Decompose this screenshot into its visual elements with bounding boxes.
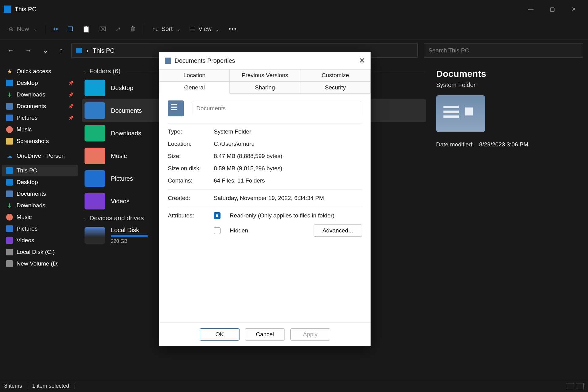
size-on-disk-label: Size on disk: [168, 165, 208, 172]
item-count: 8 items [4, 383, 22, 389]
rename-button[interactable] [96, 24, 109, 35]
sidebar-item[interactable]: New Volume (D: [2, 258, 78, 270]
share-button[interactable] [112, 24, 124, 35]
view-button[interactable]: View⌄ [187, 24, 223, 35]
sidebar-item[interactable]: Pictures [2, 223, 78, 235]
size-value: 8.47 MB (8,888,599 bytes) [214, 153, 282, 160]
pin-icon: 📌 [68, 81, 74, 85]
status-bar: 8 items 1 item selected [0, 380, 588, 392]
readonly-label: Read-only (Only applies to files in fold… [230, 212, 334, 219]
close-button[interactable]: ✕ [569, 5, 578, 14]
sidebar-item[interactable]: Videos [2, 235, 78, 246]
tab-security[interactable]: Security [300, 81, 371, 94]
apply-button[interactable]: Apply [290, 328, 330, 341]
cancel-button[interactable]: Cancel [245, 328, 285, 341]
back-button[interactable]: ← [5, 45, 17, 56]
recent-button[interactable]: ⌄ [40, 45, 51, 56]
pin-icon: 📌 [68, 115, 74, 120]
documents-folder-icon [436, 95, 485, 132]
this-pc-icon [76, 48, 82, 53]
folder-icon [85, 170, 105, 187]
sidebar-item[interactable]: Local Disk (C:) [2, 246, 78, 258]
hidden-label: Hidden [230, 227, 248, 234]
sidebar-item[interactable]: ⬇Downloads [2, 200, 78, 211]
attributes-label: Attributes: [168, 212, 208, 219]
folder-icon [85, 148, 105, 164]
cut-button[interactable] [50, 24, 62, 35]
tab-previous-versions[interactable]: Previous Versions [230, 69, 300, 81]
sidebar-item[interactable]: Music [2, 211, 78, 223]
sidebar-item[interactable]: Documents [2, 188, 78, 200]
dialog-close-button[interactable]: ✕ [359, 56, 365, 65]
details-title: Documents [436, 69, 588, 79]
ok-button[interactable]: OK [200, 328, 239, 341]
location-value: C:\Users\omuru [214, 141, 254, 147]
folder-icon [85, 102, 105, 119]
readonly-checkbox[interactable]: ■ [214, 212, 221, 219]
folder-icon [168, 100, 184, 116]
folder-label: Desktop [111, 85, 133, 92]
this-pc-icon [4, 6, 11, 13]
up-button[interactable]: ↑ [57, 45, 65, 56]
advanced-button[interactable]: Advanced... [314, 224, 362, 237]
breadcrumb[interactable]: This PC [93, 47, 115, 54]
view-tiles-button[interactable] [576, 383, 584, 389]
selection-count: 1 item selected [32, 383, 69, 389]
sidebar-onedrive[interactable]: ☁OneDrive - Person [2, 150, 78, 162]
folder-icon [85, 193, 105, 209]
separator [144, 24, 144, 35]
dialog-tabs-row2: General Sharing Security [159, 81, 371, 94]
sidebar-item-downloads[interactable]: ⬇Downloads📌 [2, 89, 78, 100]
copy-button[interactable] [65, 24, 76, 35]
sidebar-item-desktop[interactable]: Desktop📌 [2, 77, 78, 89]
type-label: Type: [168, 128, 208, 135]
folder-icon [85, 125, 105, 141]
size-label: Size: [168, 153, 208, 160]
date-modified-label: Date modified: [436, 141, 474, 148]
tab-general[interactable]: General [159, 81, 230, 94]
tab-customize[interactable]: Customize [300, 69, 371, 81]
details-pane: Documents System Folder Date modified: 8… [429, 61, 588, 380]
tab-sharing[interactable]: Sharing [230, 81, 300, 94]
window-title: This PC [15, 6, 36, 13]
created-value: Saturday, November 19, 2022, 6:34:34 PM [214, 195, 324, 202]
folder-label: Downloads [111, 130, 141, 137]
properties-dialog: Documents Properties ✕ Location Previous… [159, 52, 371, 346]
drive-usage-bar [111, 235, 148, 237]
date-modified-value: 8/29/2023 3:06 PM [479, 141, 529, 148]
sidebar-quick-access[interactable]: ★Quick access [2, 66, 78, 77]
search-input[interactable]: Search This PC [424, 43, 583, 58]
drive-sub: 220 GB [111, 239, 148, 244]
drive-label: Local Disk [111, 227, 148, 234]
folder-name-input[interactable] [192, 102, 362, 115]
sort-button[interactable]: Sort⌄ [149, 24, 184, 34]
folder-label: Music [111, 153, 127, 160]
view-details-button[interactable] [566, 383, 574, 389]
location-label: Location: [168, 141, 208, 147]
tab-location[interactable]: Location [159, 69, 230, 81]
delete-button[interactable] [127, 24, 139, 34]
sidebar-item-screenshots[interactable]: Screenshots [2, 135, 78, 147]
pin-icon: 📌 [68, 92, 74, 97]
maximize-button[interactable]: ▢ [548, 5, 557, 14]
sidebar-item-pictures[interactable]: Pictures📌 [2, 112, 78, 124]
folder-label: Pictures [111, 175, 133, 182]
new-button[interactable]: New⌄ [6, 24, 40, 35]
separator [45, 24, 45, 35]
folder-icon [85, 80, 105, 96]
sidebar-item-music[interactable]: Music [2, 124, 78, 135]
more-button[interactable] [226, 24, 240, 34]
toolbar: New⌄ Sort⌄ View⌄ [0, 18, 588, 40]
sidebar-this-pc[interactable]: This PC [2, 165, 78, 176]
details-subtitle: System Folder [436, 81, 588, 89]
sidebar-item-documents[interactable]: Documents📌 [2, 100, 78, 112]
contains-value: 64 Files, 11 Folders [214, 177, 265, 184]
minimize-button[interactable]: — [526, 5, 535, 14]
dialog-tabs-row1: Location Previous Versions Customize [159, 69, 371, 81]
titlebar: This PC — ▢ ✕ [0, 0, 588, 18]
sidebar-item[interactable]: Desktop [2, 176, 78, 188]
folder-label: Documents [111, 107, 142, 114]
paste-button[interactable] [79, 24, 93, 35]
forward-button[interactable]: → [23, 45, 34, 56]
hidden-checkbox[interactable] [214, 227, 221, 234]
